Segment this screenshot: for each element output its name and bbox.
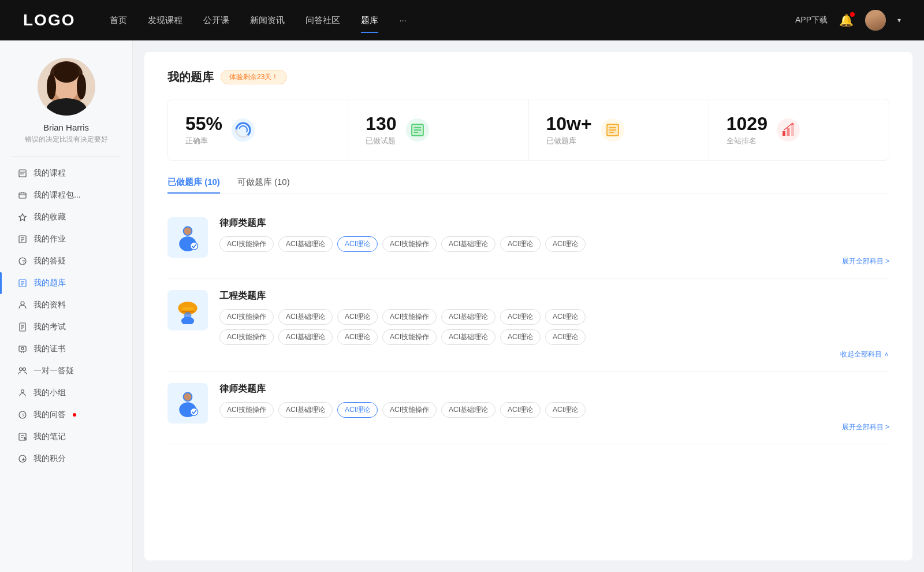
bank-tag[interactable]: ACI技能操作: [382, 236, 437, 252]
points-icon: ★: [17, 454, 28, 464]
group-icon: [17, 388, 28, 398]
bank-tag[interactable]: ACI技能操作: [219, 309, 274, 325]
sidebar-item-my-question-bank[interactable]: 我的题库: [0, 272, 132, 294]
sidebar-item-my-profile[interactable]: 我的资料: [0, 294, 132, 316]
sidebar-item-my-group[interactable]: 我的小组: [0, 382, 132, 404]
bank-tag[interactable]: ACI理论: [500, 236, 541, 252]
sidebar-item-my-homework[interactable]: 我的作业: [0, 228, 132, 250]
tabs-row: 已做题库 (10) 可做题库 (10): [167, 177, 889, 194]
bank-title-engineer-1: 工程类题库: [219, 290, 889, 302]
dropdown-arrow-icon[interactable]: ▾: [897, 16, 901, 24]
logo: LOGO: [23, 11, 75, 29]
svg-point-4: [54, 62, 79, 83]
svg-rect-58: [783, 131, 785, 136]
bank-tag[interactable]: ACI技能操作: [219, 236, 274, 252]
bank-tag[interactable]: ACI理论: [337, 329, 378, 345]
stat-done-questions-info: 130 已做试题: [366, 113, 396, 146]
course-icon: [17, 168, 28, 179]
sidebar-label-my-course-packages: 我的课程包...: [33, 190, 81, 200]
bank-expand-lawyer-2[interactable]: 展开全部科目 >: [219, 422, 889, 432]
bank-item-lawyer-2: 律师类题库 ACI技能操作 ACI基础理论 ACI理论 ACI技能操作 ACI基…: [167, 372, 889, 444]
svg-point-37: [21, 390, 24, 393]
svg-point-6: [77, 74, 86, 99]
bank-tag[interactable]: ACI技能操作: [382, 309, 437, 325]
sidebar-label-my-qa: 我的答疑: [33, 256, 66, 266]
stat-done-banks-value: 10w+: [546, 113, 592, 135]
avatar[interactable]: [865, 10, 886, 31]
header: LOGO 首页 发现课程 公开课 新闻资讯 问答社区 题库 ··· APP下载 …: [0, 0, 924, 40]
sidebar-label-my-profile: 我的资料: [33, 300, 66, 310]
bank-tag[interactable]: ACI基础理论: [278, 309, 333, 325]
bank-tag[interactable]: ACI基础理论: [278, 329, 333, 345]
bank-tags-lawyer-1: ACI技能操作 ACI基础理论 ACI理论 ACI技能操作 ACI基础理论 AC…: [219, 236, 889, 252]
svg-point-35: [20, 368, 23, 371]
bank-tag[interactable]: ACI基础理论: [278, 402, 333, 418]
bank-content-engineer-1: 工程类题库 ACI技能操作 ACI基础理论 ACI理论 ACI技能操作 ACI基…: [219, 290, 889, 359]
nav-public-course[interactable]: 公开课: [203, 13, 229, 28]
sidebar-item-my-favorites[interactable]: 我的收藏: [0, 206, 132, 228]
sidebar-item-my-notes[interactable]: 我的笔记: [0, 426, 132, 448]
sidebar-item-my-course-packages[interactable]: 我的课程包...: [0, 184, 132, 206]
bank-title-lawyer-1: 律师类题库: [219, 217, 889, 229]
svg-point-47: [239, 126, 247, 134]
tab-available-banks[interactable]: 可做题库 (10): [237, 177, 290, 194]
bank-tag[interactable]: ACI理论: [500, 402, 541, 418]
sidebar-item-my-certificate[interactable]: 我的证书: [0, 338, 132, 360]
stat-ranking: 1029 全站排名: [709, 99, 889, 160]
sidebar-item-my-questions[interactable]: ? 我的问答: [0, 404, 132, 426]
nav-qa[interactable]: 问答社区: [305, 13, 340, 28]
bank-tag[interactable]: ACI基础理论: [441, 236, 495, 252]
bank-item-lawyer-1: 律师类题库 ACI技能操作 ACI基础理论 ACI理论 ACI技能操作 ACI基…: [167, 206, 889, 278]
page-title-row: 我的题库 体验剩余23天！: [167, 69, 889, 85]
bank-collapse-engineer-1[interactable]: 收起全部科目 ∧: [219, 350, 889, 359]
nav-home[interactable]: 首页: [110, 13, 127, 28]
nav-discover[interactable]: 发现课程: [148, 13, 182, 28]
sidebar-label-my-courses: 我的课程: [33, 168, 66, 179]
svg-point-71: [181, 317, 194, 324]
bank-expand-lawyer-1[interactable]: 展开全部科目 >: [219, 257, 889, 266]
profile-icon: [17, 300, 28, 310]
stat-done-questions-icon: [406, 118, 429, 142]
notes-icon: [17, 432, 28, 442]
bank-tag-active[interactable]: ACI理论: [337, 402, 378, 418]
sidebar-label-my-question-bank: 我的题库: [33, 278, 66, 288]
stats-row: 55% 正确率 130 已做试题: [167, 99, 889, 161]
sidebar-item-my-exam[interactable]: 我的考试: [0, 316, 132, 338]
bank-tag[interactable]: ACI理论: [500, 329, 541, 345]
bank-tag[interactable]: ACI理论: [545, 309, 586, 325]
bank-tag[interactable]: ACI技能操作: [382, 329, 437, 345]
bank-tag[interactable]: ACI技能操作: [219, 329, 274, 345]
bell-icon[interactable]: 🔔: [839, 13, 854, 27]
bank-tag[interactable]: ACI理论: [337, 309, 378, 325]
bank-tag[interactable]: ACI基础理论: [441, 329, 495, 345]
questions-icon: ?: [17, 410, 28, 420]
stat-ranking-info: 1029 全站排名: [726, 113, 767, 146]
bank-tag[interactable]: ACI理论: [500, 309, 541, 325]
bank-tag[interactable]: ACI理论: [545, 236, 586, 252]
bank-icon-engineer-1: [167, 290, 208, 330]
bank-tag[interactable]: ACI技能操作: [219, 402, 274, 418]
sidebar-item-my-courses[interactable]: 我的课程: [0, 162, 132, 184]
bank-icon-lawyer-2: [167, 383, 208, 424]
nav-more[interactable]: ···: [399, 13, 407, 28]
profile-avatar-image: [38, 58, 95, 116]
notification-dot: [73, 413, 76, 417]
sidebar-label-my-certificate: 我的证书: [33, 344, 66, 354]
bank-tag[interactable]: ACI理论: [545, 329, 586, 345]
tab-done-banks[interactable]: 已做题库 (10): [167, 177, 220, 194]
bank-tag[interactable]: ACI技能操作: [382, 402, 437, 418]
favorites-icon: [17, 212, 28, 222]
sidebar-item-one-on-one[interactable]: 一对一答疑: [0, 360, 132, 382]
app-download-button[interactable]: APP下载: [795, 15, 828, 25]
nav-news[interactable]: 新闻资讯: [250, 13, 285, 28]
sidebar-item-my-qa[interactable]: ? 我的答疑: [0, 250, 132, 272]
bank-tag-active[interactable]: ACI理论: [337, 236, 378, 252]
bank-tag[interactable]: ACI基础理论: [441, 309, 495, 325]
bank-tag[interactable]: ACI基础理论: [441, 402, 495, 418]
bank-tag[interactable]: ACI基础理论: [278, 236, 333, 252]
bank-tag[interactable]: ACI理论: [545, 402, 586, 418]
bank-tags-lawyer-2: ACI技能操作 ACI基础理论 ACI理论 ACI技能操作 ACI基础理论 AC…: [219, 402, 889, 418]
sidebar-item-my-points[interactable]: ★ 我的积分: [0, 448, 132, 470]
svg-rect-60: [791, 124, 794, 136]
nav-question-bank[interactable]: 题库: [361, 13, 378, 28]
